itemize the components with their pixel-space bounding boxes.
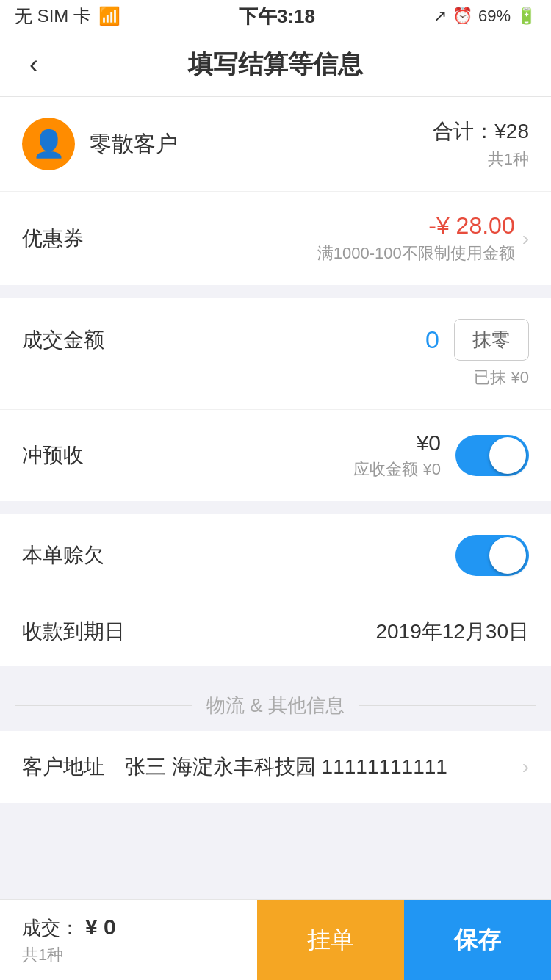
customer-section: 👤 零散客户 合计：¥28 共1种 优惠券 -¥ 28.00 满1000-100…	[0, 97, 551, 285]
address-chevron-icon: ›	[522, 755, 529, 779]
advance-toggle-knob	[489, 437, 526, 474]
due-date-value: 2019年12月30日	[375, 618, 529, 646]
coupon-right: -¥ 28.00 满1000-100不限制使用金额 ›	[317, 212, 529, 264]
nav-bar: ‹ 填写结算等信息	[0, 32, 551, 97]
logistics-line-right	[359, 705, 536, 706]
advance-row: 冲预收 ¥0 应收金额 ¥0	[0, 409, 551, 501]
logistics-line-left	[15, 705, 192, 706]
location-icon: ↗	[433, 7, 447, 26]
save-button[interactable]: 保存	[404, 900, 551, 981]
status-time: 下午3:18	[239, 4, 315, 29]
status-right: ↗ ⏰ 69% 🔋	[433, 7, 536, 26]
coupon-row[interactable]: 优惠券 -¥ 28.00 满1000-100不限制使用金额 ›	[0, 191, 551, 285]
page-title: 填写结算等信息	[188, 48, 363, 82]
debt-toggle-knob	[489, 537, 526, 574]
debt-section: 本单赊欠 收款到期日 2019年12月30日	[0, 514, 551, 666]
deal-amount-label: 成交金额	[22, 326, 104, 354]
customer-total: 合计：¥28	[433, 118, 529, 145]
customer-row: 👤 零散客户 合计：¥28 共1种	[0, 97, 551, 191]
sim-label: 无 SIM 卡	[15, 4, 91, 28]
due-date-label: 收款到期日	[22, 618, 125, 646]
deal-amount-row: 成交金额 0 抹零 已抹 ¥0	[0, 298, 551, 409]
status-bar: 无 SIM 卡 📶 下午3:18 ↗ ⏰ 69% 🔋	[0, 0, 551, 32]
advance-amount-group: ¥0 应收金额 ¥0	[353, 430, 441, 480]
bottom-count: 共1种	[22, 944, 235, 966]
customer-name: 零散客户	[90, 129, 178, 159]
customer-left: 👤 零散客户	[22, 118, 178, 170]
debt-label: 本单赊欠	[22, 541, 104, 569]
deal-amount-right: 0 抹零	[425, 319, 529, 361]
status-left: 无 SIM 卡 📶	[15, 4, 120, 28]
coupon-amount: -¥ 28.00	[317, 212, 515, 239]
deal-amount-value: 0	[425, 325, 439, 354]
battery-icon: 🔋	[516, 7, 536, 26]
advance-sub: 应收金额 ¥0	[353, 458, 441, 480]
coupon-desc: 满1000-100不限制使用金额	[317, 242, 515, 264]
avatar: 👤	[22, 118, 75, 170]
advance-amount: ¥0	[353, 430, 441, 455]
bottom-deal-label: 成交：	[22, 915, 79, 941]
advance-right: ¥0 应收金额 ¥0	[353, 430, 529, 480]
address-key: 客户地址	[22, 753, 110, 781]
due-date-row: 收款到期日 2019年12月30日	[0, 597, 551, 666]
battery-label: 69%	[478, 7, 511, 26]
bottom-info: 成交： ¥ 0 共1种	[0, 915, 257, 966]
deal-section: 成交金额 0 抹零 已抹 ¥0 冲预收 ¥0 应收金额 ¥0	[0, 298, 551, 501]
customer-right: 合计：¥28 共1种	[433, 118, 529, 170]
already-label: 已抹 ¥0	[474, 367, 529, 389]
address-value: 张三 海淀永丰科技园 11111111111	[125, 753, 522, 781]
bottom-deal-amount: ¥ 0	[85, 915, 116, 940]
address-row[interactable]: 客户地址 张三 海淀永丰科技园 11111111111 ›	[0, 731, 551, 803]
coupon-label: 优惠券	[22, 225, 84, 253]
logistics-label: 物流 & 其他信息	[206, 693, 345, 718]
customer-count: 共1种	[433, 148, 529, 170]
debt-toggle[interactable]	[455, 535, 529, 576]
advance-toggle[interactable]	[455, 435, 529, 476]
hold-button[interactable]: 挂单	[257, 900, 404, 981]
wifi-icon: 📶	[98, 6, 120, 26]
bottom-deal-row: 成交： ¥ 0	[22, 915, 235, 941]
logistics-divider: 物流 & 其他信息	[0, 680, 551, 731]
address-section: 客户地址 张三 海淀永丰科技园 11111111111 ›	[0, 731, 551, 803]
content-area: 👤 零散客户 合计：¥28 共1种 优惠券 -¥ 28.00 满1000-100…	[0, 97, 551, 980]
alarm-icon: ⏰	[453, 7, 472, 26]
coupon-chevron-icon: ›	[522, 227, 529, 251]
bottom-bar: 成交： ¥ 0 共1种 挂单 保存	[0, 899, 551, 980]
round-off-button[interactable]: 抹零	[454, 319, 529, 361]
coupon-info: -¥ 28.00 满1000-100不限制使用金额	[317, 212, 515, 264]
debt-row: 本单赊欠	[0, 514, 551, 597]
back-button[interactable]: ‹	[22, 42, 46, 87]
advance-label: 冲预收	[22, 442, 84, 469]
